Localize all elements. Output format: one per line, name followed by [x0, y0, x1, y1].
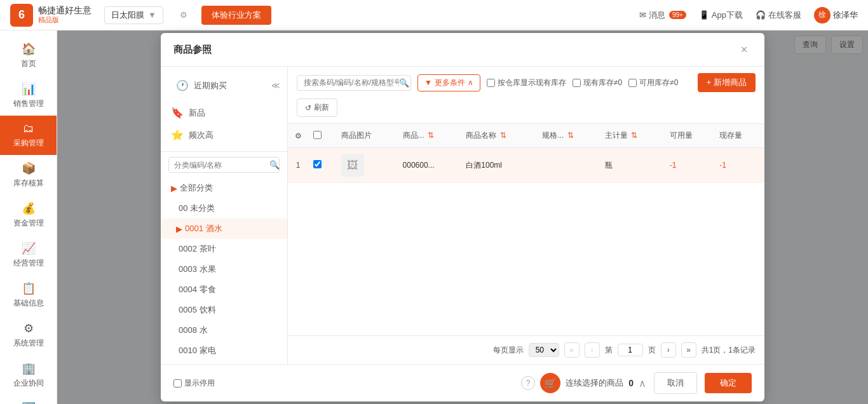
category-item-uncategorized[interactable]: 00 未分类 — [161, 198, 287, 219]
more-filter-button[interactable]: ▼ 更多条件 ∧ — [417, 74, 480, 91]
select-all-checkbox[interactable] — [313, 131, 322, 139]
cart-count: 0 — [628, 378, 634, 388]
category-item-snacks[interactable]: 0004 零食 — [161, 279, 287, 300]
th-name: 商品名称 ⇅ — [461, 124, 537, 148]
nav-right: ✉ 消息 99+ 📱 App下载 🎧 在线客服 徐 徐泽华 — [639, 7, 858, 24]
available-nonzero-input[interactable] — [628, 79, 637, 87]
product-table-area: ⚙ 商品图片 商品... ⇅ — [288, 124, 764, 335]
enterprise-icon: 🏢 — [22, 361, 36, 375]
category-list: ▶ 全部分类 00 未分类 ▶ 0001 酒水 0002 茶 — [161, 178, 287, 356]
star-icon: ⭐ — [171, 129, 184, 141]
refresh-button[interactable]: ↺ 刷新 — [297, 98, 337, 117]
show-disabled-label: 显示停用 — [184, 378, 215, 389]
available-nonzero-checkbox[interactable]: 可用库存≠0 — [628, 77, 678, 88]
nav-new-products[interactable]: 🔖 新品 — [161, 102, 287, 124]
stock-nonzero-checkbox[interactable]: 现有库存≠0 — [573, 77, 622, 88]
per-page-select[interactable]: 50 — [529, 343, 559, 357]
message-nav-item[interactable]: ✉ 消息 99+ — [639, 10, 686, 21]
nav-frequent[interactable]: ⭐ 频次高 — [161, 124, 287, 146]
sort-icon-code[interactable]: ⇅ — [428, 131, 434, 140]
sidebar-label-basic-info: 基础信息 — [13, 298, 44, 309]
nav-new-products-label: 新品 — [189, 107, 205, 119]
per-page-label: 每页显示 — [493, 345, 524, 356]
table-row[interactable]: 1 🖼 — [288, 148, 764, 183]
category-search-icon[interactable]: 🔍 — [269, 160, 280, 170]
show-disabled-checkbox[interactable]: 显示停用 — [173, 378, 215, 389]
prev-page-button[interactable]: ‹ — [585, 342, 600, 358]
company-selector[interactable]: 日太阳膜 ▼ — [104, 6, 163, 24]
category-search-input[interactable] — [174, 161, 269, 170]
settings-col-icon[interactable]: ⚙ — [295, 131, 302, 140]
product-search-box[interactable]: 🔍 — [297, 75, 411, 91]
trial-button[interactable]: 体验行业方案 — [201, 6, 271, 25]
online-service-item[interactable]: 🎧 在线客服 — [756, 10, 801, 21]
row-checkbox-cell[interactable] — [308, 148, 336, 183]
main-layout: 🏠 首页 📊 销售管理 🗂 采购管理 📦 库存核算 💰 资金管理 📈 经营管理 … — [0, 30, 868, 404]
sidebar-item-sales[interactable]: 📊 销售管理 — [0, 76, 57, 116]
category-item-fruit[interactable]: 0003 水果 — [161, 259, 287, 279]
th-spec: 规格... ⇅ — [537, 124, 600, 148]
category-item-water[interactable]: 0008 水 — [161, 320, 287, 340]
sidebar-item-basic-info[interactable]: 📋 基础信息 — [0, 275, 57, 315]
sidebar-label-sales: 销售管理 — [13, 98, 44, 109]
row-name: 白酒100ml — [461, 148, 537, 183]
sort-icon-unit[interactable]: ⇅ — [631, 131, 637, 140]
sidebar-item-home[interactable]: 🏠 首页 — [0, 36, 57, 76]
next-page-button[interactable]: › — [661, 342, 676, 358]
guide-icon: 🆕 — [22, 401, 36, 404]
sidebar-item-operations[interactable]: 📈 经营管理 — [0, 235, 57, 275]
cancel-button[interactable]: 取消 — [654, 372, 697, 394]
sidebar-item-finance[interactable]: 💰 资金管理 — [0, 195, 57, 235]
collapse-left-panel-button[interactable]: ≪ — [269, 79, 282, 92]
row-checkbox[interactable] — [313, 160, 322, 168]
modal-close-button[interactable]: × — [736, 42, 752, 57]
add-product-button[interactable]: + 新增商品 — [698, 73, 756, 92]
first-page-button[interactable]: « — [564, 342, 580, 358]
category-label-0001: 0001 酒水 — [185, 223, 222, 234]
nav-frequent-label: 频次高 — [189, 130, 214, 141]
settings-icon[interactable]: ⚙ — [173, 5, 194, 25]
sort-icon-spec[interactable]: ⇅ — [567, 131, 574, 140]
category-item-all[interactable]: ▶ 全部分类 — [161, 178, 287, 198]
category-item-liquor[interactable]: ▶ 0001 酒水 — [161, 219, 287, 239]
sidebar-label-operations: 经营管理 — [13, 258, 44, 269]
user-profile[interactable]: 徐 徐泽华 — [814, 7, 858, 24]
collapse-cart-icon[interactable]: ∧ — [639, 377, 646, 389]
category-item-drinks[interactable]: 0005 饮料 — [161, 300, 287, 320]
category-item-tea[interactable]: 0002 茶叶 — [161, 239, 287, 259]
app-download-label: App下载 — [712, 10, 743, 21]
page-number-input[interactable] — [618, 344, 643, 356]
product-search-input[interactable] — [304, 78, 399, 87]
stock-nonzero-input[interactable] — [573, 79, 581, 87]
category-search-box[interactable]: 🔍 — [168, 157, 280, 173]
sidebar-label-home: 首页 — [21, 58, 36, 69]
category-label-0008: 0008 水 — [179, 325, 208, 336]
sort-icon-name[interactable]: ⇅ — [500, 131, 506, 140]
sidebar-item-enterprise[interactable]: 🏢 企业协同 — [0, 355, 57, 395]
refresh-label: 刷新 — [314, 102, 329, 113]
sidebar-item-system[interactable]: ⚙ 系统管理 — [0, 315, 57, 355]
show-disabled-input[interactable] — [173, 379, 182, 387]
search-icon[interactable]: 🔍 — [399, 78, 409, 88]
warehouse-stock-input[interactable] — [487, 79, 495, 87]
app-download-item[interactable]: 📱 App下载 — [699, 10, 743, 21]
warehouse-stock-checkbox[interactable]: 按仓库显示现有库存 — [487, 77, 566, 88]
sidebar-item-guide[interactable]: 🆕 新手引导 — [0, 395, 57, 404]
total-pages-label: 共1页，1条记录 — [702, 345, 756, 356]
row-code: 000600... — [398, 148, 461, 183]
filter-label: 更多条件 — [435, 77, 465, 88]
last-page-button[interactable]: » — [681, 342, 696, 358]
sidebar-item-inventory[interactable]: 📦 库存核算 — [0, 155, 57, 195]
row-available: -1 — [665, 148, 715, 183]
modal-footer: 显示停用 ? 🛒 连续选择的商品 0 ∧ 取消 确定 — [161, 364, 764, 401]
cart-button[interactable]: 🛒 — [540, 373, 560, 393]
th-image: 商品图片 — [336, 124, 398, 148]
th-unit-label: 主计量 — [605, 131, 628, 140]
headset-icon: 🎧 — [756, 10, 766, 20]
sidebar-item-procurement[interactable]: 🗂 采购管理 — [0, 116, 57, 155]
top-nav: 6 畅捷通好生意 精品版 日太阳膜 ▼ ⚙ 体验行业方案 ✉ 消息 99+ 📱 … — [0, 0, 868, 30]
nav-recent-buy[interactable]: 🕐 近期购买 — [166, 74, 269, 97]
confirm-button[interactable]: 确定 — [705, 373, 752, 393]
category-item-appliance[interactable]: 0010 家电 — [161, 340, 287, 356]
help-icon[interactable]: ? — [521, 376, 535, 390]
